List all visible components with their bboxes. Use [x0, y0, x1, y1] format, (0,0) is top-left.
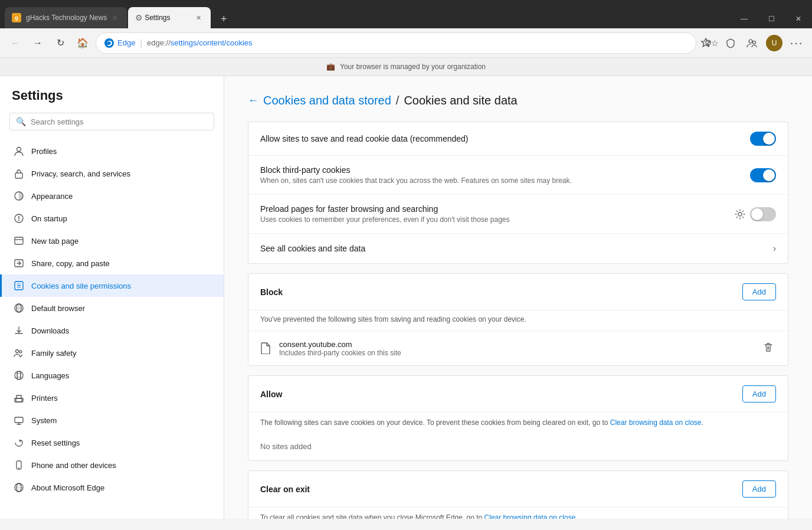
- see-all-cookies-row[interactable]: See all cookies and site data ›: [248, 234, 788, 263]
- cookie-item: consent.youtube.com Includes third-party…: [248, 331, 788, 365]
- tab-settings[interactable]: ⚙ Settings ✕: [128, 7, 211, 28]
- profile-button[interactable]: [742, 34, 761, 53]
- sidebar-item-privacy[interactable]: Privacy, search, and services: [0, 162, 224, 185]
- new-tab-button[interactable]: +: [214, 9, 233, 28]
- block-header: Block Add: [248, 274, 788, 310]
- address-url: edge://settings/content/cookies: [147, 38, 253, 47]
- allow-desc-after: .: [702, 418, 703, 427]
- sidebar-item-about[interactable]: About Microsoft Edge: [0, 476, 224, 499]
- forward-button[interactable]: →: [28, 34, 47, 53]
- system-label: System: [31, 416, 57, 425]
- favorites-button[interactable]: ☆: [700, 34, 719, 53]
- tab-settings-close[interactable]: ✕: [193, 12, 204, 23]
- about-label: About Microsoft Edge: [31, 483, 104, 492]
- home-button[interactable]: 🏠: [73, 34, 92, 53]
- clear-section: Clear on exit Add To clear all cookies a…: [248, 470, 788, 519]
- sidebar-item-cookies[interactable]: Cookies and site permissions: [0, 274, 224, 297]
- block-add-button[interactable]: Add: [742, 283, 776, 300]
- svg-rect-16: [16, 398, 22, 402]
- allow-add-button[interactable]: Add: [742, 385, 776, 403]
- tab-ghacks-title: gHacks Technology News: [26, 14, 107, 22]
- startup-label: On startup: [31, 214, 67, 223]
- languages-icon: [14, 370, 24, 381]
- sidebar-item-reset[interactable]: Reset settings: [0, 431, 224, 454]
- clear-browsing-link[interactable]: Clear browsing data on close: [610, 418, 702, 427]
- preload-controls: [735, 207, 776, 221]
- svg-rect-4: [15, 173, 22, 178]
- more-button[interactable]: ···: [787, 34, 806, 53]
- svg-rect-8: [15, 237, 23, 244]
- preload-label: Preload pages for faster browsing and se…: [260, 204, 735, 214]
- block-desc: You've prevented the following sites fro…: [248, 310, 788, 331]
- no-sites-label: No sites added: [248, 433, 788, 460]
- cookies-icon: [14, 280, 24, 291]
- preload-toggle[interactable]: [750, 207, 776, 221]
- sidebar-item-printers[interactable]: Printers: [0, 387, 224, 409]
- clear-browsing-link-2[interactable]: Clear browsing data on close: [484, 513, 576, 519]
- back-arrow[interactable]: ←: [248, 94, 258, 107]
- sidebar-title: Settings: [0, 88, 224, 113]
- edge-brand: Edge: [104, 38, 135, 48]
- tab-ghacks-close[interactable]: ✕: [109, 12, 120, 23]
- share-label: Share, copy, and paste: [31, 259, 110, 268]
- search-box[interactable]: 🔍: [9, 113, 214, 130]
- clear-add-button[interactable]: Add: [742, 480, 776, 498]
- shield-button[interactable]: [721, 34, 740, 53]
- reload-button[interactable]: ↻: [51, 34, 70, 53]
- svg-point-0: [104, 38, 114, 48]
- clear-desc-after: .: [575, 513, 577, 519]
- settings-card: Allow sites to save and read cookie data…: [248, 122, 788, 264]
- cookie-domain: consent.youtube.com: [279, 340, 761, 349]
- star-icon: [700, 38, 711, 48]
- block-third-party-label: Block third-party cookies: [260, 165, 750, 175]
- block-section: Block Add You've prevented the following…: [248, 273, 788, 366]
- user-avatar[interactable]: U: [766, 35, 782, 51]
- sidebar-item-family[interactable]: Family safety: [0, 342, 224, 364]
- sidebar-item-share[interactable]: Share, copy, and paste: [0, 252, 224, 274]
- sidebar-item-phone[interactable]: Phone and other devices: [0, 454, 224, 476]
- allow-header: Allow Add: [248, 376, 788, 413]
- tab-settings-title: Settings: [145, 14, 191, 22]
- sidebar-item-newtab[interactable]: New tab page: [0, 230, 224, 252]
- sidebar-item-languages[interactable]: Languages: [0, 364, 224, 387]
- sidebar-item-profiles[interactable]: Profiles: [0, 140, 224, 162]
- sidebar-item-default[interactable]: Default browser: [0, 297, 224, 319]
- block-third-party-desc: When on, sites can't use cookies that tr…: [260, 176, 750, 185]
- delete-cookie-button[interactable]: [761, 339, 776, 357]
- back-button[interactable]: ←: [6, 34, 25, 53]
- see-all-cookies-label: See all cookies and site data: [260, 244, 773, 253]
- allow-cookies-row: Allow sites to save and read cookie data…: [248, 122, 788, 156]
- page-header: ← Cookies and data stored / Cookies and …: [248, 94, 788, 107]
- block-title: Block: [260, 287, 742, 297]
- allow-desc-before: The following sites can save cookies on …: [260, 418, 610, 427]
- phone-icon: [14, 460, 24, 470]
- appearance-icon: [14, 191, 24, 201]
- clear-title: Clear on exit: [260, 485, 742, 494]
- brand-name: Edge: [117, 38, 135, 47]
- block-third-party-row: Block third-party cookies When on, sites…: [248, 156, 788, 195]
- breadcrumb-link[interactable]: Cookies and data stored: [263, 94, 391, 107]
- privacy-icon: [14, 168, 24, 179]
- close-button[interactable]: ✕: [785, 9, 812, 28]
- sidebar-item-system[interactable]: System: [0, 409, 224, 431]
- sidebar-item-appearance[interactable]: Appearance: [0, 185, 224, 207]
- managed-bar: 💼 Your browser is managed by your organi…: [0, 58, 812, 76]
- allow-cookies-toggle[interactable]: [750, 132, 776, 146]
- address-bar[interactable]: Edge | edge://settings/content/cookies: [96, 32, 696, 54]
- phone-label: Phone and other devices: [31, 461, 116, 470]
- people-icon: [746, 38, 757, 48]
- preload-info: Preload pages for faster browsing and se…: [260, 204, 735, 224]
- sidebar-item-downloads[interactable]: Downloads: [0, 319, 224, 342]
- sidebar-item-startup[interactable]: On startup: [0, 207, 224, 230]
- block-third-party-toggle[interactable]: [750, 168, 776, 182]
- page-title: Cookies and site data: [404, 94, 517, 107]
- maximize-button[interactable]: ☐: [758, 9, 785, 28]
- gear-icon[interactable]: [735, 209, 745, 220]
- svg-point-1: [749, 40, 752, 43]
- search-input[interactable]: [31, 117, 208, 126]
- tab-ghacks[interactable]: g gHacks Technology News ✕: [5, 7, 127, 28]
- minimize-button[interactable]: —: [731, 9, 758, 28]
- profiles-icon: [14, 146, 24, 156]
- allow-cookies-label: Allow sites to save and read cookie data…: [260, 134, 750, 143]
- settings-favicon: ⚙: [135, 13, 145, 22]
